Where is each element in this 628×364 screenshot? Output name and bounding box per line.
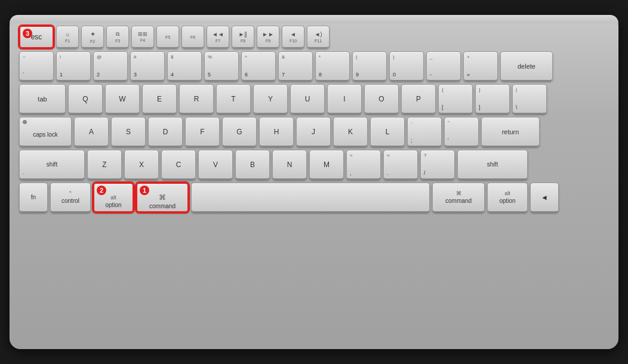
quote-key[interactable]: " ' xyxy=(444,117,479,147)
c-key[interactable]: C xyxy=(161,150,196,180)
slash-key[interactable]: ? / xyxy=(420,150,455,180)
keyboard: 3 esc ☼ F1 ✦ F2 ⧉ F3 ⊞⊞ F xyxy=(10,15,618,349)
f9-key[interactable]: ►► F9 xyxy=(257,26,279,48)
5-key[interactable]: % 5 xyxy=(204,51,239,81)
b-key[interactable]: B xyxy=(235,150,270,180)
1-key[interactable]: ! 1 xyxy=(56,51,91,81)
badge-3: 3 xyxy=(23,29,32,38)
0-key[interactable]: ) 0 xyxy=(389,51,424,81)
6-key[interactable]: ^ 6 xyxy=(241,51,276,81)
right-shift-key[interactable]: shift xyxy=(457,150,528,180)
semicolon-key[interactable]: : ; xyxy=(407,117,442,147)
h-key[interactable]: H xyxy=(259,117,294,147)
delete-key[interactable]: delete xyxy=(500,51,553,81)
period-key[interactable]: > . xyxy=(383,150,418,180)
a-key[interactable]: A xyxy=(74,117,109,147)
3-key[interactable]: # 3 xyxy=(130,51,165,81)
s-key[interactable]: S xyxy=(111,117,146,147)
4-key[interactable]: $ 4 xyxy=(167,51,202,81)
e-key[interactable]: E xyxy=(142,84,177,114)
space-key[interactable] xyxy=(191,183,430,212)
t-key[interactable]: T xyxy=(216,84,251,114)
f6-key[interactable]: F6 xyxy=(181,26,204,48)
fn-key[interactable]: fn xyxy=(19,183,48,212)
bracket-open-key[interactable]: { [ xyxy=(438,84,473,114)
tab-key[interactable]: tab xyxy=(19,84,66,114)
f8-key[interactable]: ►‖ F8 xyxy=(232,26,254,48)
control-key[interactable]: ⌃ control xyxy=(50,183,91,212)
qwerty-row: tab Q W E R T Y U I O P { [ } ] | \ xyxy=(19,84,609,114)
bottom-row: fn ⌃ control 2 alt option 1 ⌘ command xyxy=(19,183,609,212)
i-key[interactable]: I xyxy=(327,84,362,114)
9-key[interactable]: ( 9 xyxy=(352,51,387,81)
esc-key[interactable]: 3 esc xyxy=(19,26,54,48)
n-key[interactable]: N xyxy=(272,150,307,180)
m-key[interactable]: M xyxy=(309,150,344,180)
k-key[interactable]: K xyxy=(333,117,368,147)
asdf-row: caps lock A S D F G H J K L : ; " ' retu… xyxy=(19,117,609,147)
left-command-key[interactable]: 1 ⌘ command xyxy=(136,183,189,212)
o-key[interactable]: O xyxy=(364,84,399,114)
comma-key[interactable]: < , xyxy=(346,150,381,180)
number-row: ~ ` ! 1 @ 2 # 3 $ 4 % 5 ^ 6 & 7 xyxy=(19,51,609,81)
u-key[interactable]: U xyxy=(290,84,325,114)
f11-key[interactable]: ◄) F11 xyxy=(307,26,330,48)
f2-key[interactable]: ✦ F2 xyxy=(81,26,104,48)
badge-1: 1 xyxy=(140,186,149,195)
left-option-key[interactable]: 2 alt option xyxy=(93,183,134,212)
right-option-key[interactable]: alt option xyxy=(487,183,528,212)
backslash-key[interactable]: | \ xyxy=(512,84,547,114)
p-key[interactable]: P xyxy=(401,84,436,114)
v-key[interactable]: V xyxy=(198,150,233,180)
x-key[interactable]: X xyxy=(124,150,159,180)
fn-row: 3 esc ☼ F1 ✦ F2 ⧉ F3 ⊞⊞ F xyxy=(19,26,609,48)
f4-key[interactable]: ⊞⊞ F4 xyxy=(131,26,154,48)
minus-key[interactable]: _ - xyxy=(426,51,461,81)
f-key[interactable]: F xyxy=(185,117,220,147)
y-key[interactable]: Y xyxy=(253,84,288,114)
w-key[interactable]: W xyxy=(105,84,140,114)
esc-label: esc xyxy=(31,33,42,41)
f5-key[interactable]: F5 xyxy=(156,26,179,48)
tilde-key[interactable]: ~ ` xyxy=(19,51,54,81)
right-command-key[interactable]: ⌘ command xyxy=(432,183,485,212)
bracket-close-key[interactable]: } ] xyxy=(475,84,510,114)
caps-lock-key[interactable]: caps lock xyxy=(19,117,72,147)
r-key[interactable]: R xyxy=(179,84,214,114)
g-key[interactable]: G xyxy=(222,117,257,147)
left-arrow-key[interactable]: ◄ xyxy=(530,183,559,212)
d-key[interactable]: D xyxy=(148,117,183,147)
left-shift-key[interactable]: shift - xyxy=(19,150,85,180)
j-key[interactable]: J xyxy=(296,117,331,147)
q-key[interactable]: Q xyxy=(68,84,103,114)
f10-key[interactable]: ◄ F10 xyxy=(282,26,304,48)
return-key[interactable]: return xyxy=(481,117,540,147)
2-key[interactable]: @ 2 xyxy=(93,51,128,81)
zxcv-row: shift - Z X C V B N M < , > . ? / shift xyxy=(19,150,609,180)
z-key[interactable]: Z xyxy=(87,150,122,180)
7-key[interactable]: & 7 xyxy=(278,51,313,81)
equals-key[interactable]: + = xyxy=(463,51,498,81)
badge-2: 2 xyxy=(97,186,106,195)
8-key[interactable]: * 8 xyxy=(315,51,350,81)
f7-key[interactable]: ◄◄ F7 xyxy=(207,26,229,48)
f3-key[interactable]: ⧉ F3 xyxy=(106,26,129,48)
l-key[interactable]: L xyxy=(370,117,405,147)
f1-key[interactable]: ☼ F1 xyxy=(56,26,79,48)
